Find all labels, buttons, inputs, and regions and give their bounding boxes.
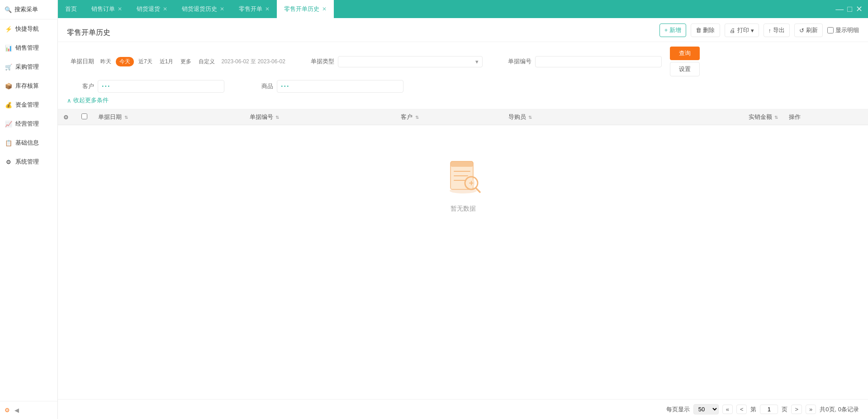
date-yesterday-btn[interactable]: 昨天 xyxy=(98,57,114,66)
order-type-label: 单据类型 xyxy=(307,57,334,66)
sidebar-item-inventory[interactable]: 📦 库存核算 xyxy=(0,76,57,95)
purchase-icon: 🛒 xyxy=(5,64,13,71)
date-custom-btn[interactable]: 自定义 xyxy=(196,57,218,66)
data-table: ⚙ 单据日期 ⇅ 单据编号 ⇅ xyxy=(58,109,868,240)
col-customer-label: 客户 xyxy=(401,113,413,120)
customer-select[interactable]: ··· xyxy=(98,80,224,93)
sidebar-bottom: ⚙ ◀ xyxy=(0,401,57,419)
sidebar-item-purchase-mgmt[interactable]: 🛒 采购管理 xyxy=(0,57,57,76)
tab-sales-order[interactable]: 销售订单 ✕ xyxy=(84,0,129,18)
settings-gear-button[interactable]: ⚙ xyxy=(5,407,10,414)
date-today-btn[interactable]: 今天 xyxy=(116,57,134,66)
operations-icon: 📈 xyxy=(5,121,13,127)
sidebar-item-sales-mgmt[interactable]: 📊 销售管理 xyxy=(0,38,57,57)
customer-select-dots: ··· xyxy=(102,82,110,90)
order-type-arrow-icon: ▾ xyxy=(475,58,479,65)
empty-state-text: 暂无数据 xyxy=(451,205,476,213)
collapse-filter-btn[interactable]: ∧ 收起更多条件 xyxy=(67,96,859,104)
sidebar-item-label: 库存核算 xyxy=(15,82,39,90)
basic-info-icon: 📋 xyxy=(5,140,13,146)
first-page-button[interactable]: « xyxy=(722,405,733,414)
sidebar-item-system-mgmt[interactable]: ⚙ 系统管理 xyxy=(0,152,57,171)
sidebar: 🔍 搜索采单 ⚡ 快捷导航 📊 销售管理 🛒 采购管理 📦 库存核算 💰 资金管… xyxy=(0,0,58,419)
page-title: 零售开单历史 xyxy=(67,28,110,38)
col-checkbox xyxy=(76,109,93,125)
order-no-label: 单据编号 xyxy=(504,57,531,66)
query-button[interactable]: 查询 xyxy=(670,47,700,60)
quick-nav-icon: ⚡ xyxy=(5,26,13,33)
col-date-sort-icon[interactable]: ⇅ xyxy=(124,115,128,120)
add-button[interactable]: + 新增 xyxy=(659,24,686,37)
date-range-display: 2023-06-02 至 2023-06-02 xyxy=(221,58,285,66)
order-type-select[interactable]: ▾ xyxy=(338,56,483,67)
empty-state-cell: 暂无数据 xyxy=(58,125,868,240)
search-menu-label: 搜索采单 xyxy=(14,5,38,14)
col-actual-amount-sort-icon[interactable]: ⇅ xyxy=(774,115,778,120)
tab-home[interactable]: 首页 xyxy=(58,0,84,18)
prev-page-button[interactable]: < xyxy=(736,405,747,414)
sidebar-item-basic-info[interactable]: 📋 基础信息 xyxy=(0,133,57,152)
sidebar-item-operations[interactable]: 📈 经营管理 xyxy=(0,114,57,133)
window-maximize-button[interactable]: □ xyxy=(847,5,852,14)
date-filter-label: 单据日期 xyxy=(67,57,94,66)
next-page-button[interactable]: > xyxy=(791,405,802,414)
sidebar-collapse-button[interactable]: ◀ xyxy=(14,407,19,414)
collapse-arrow-icon: ∧ xyxy=(67,97,71,104)
col-actual-amount: 实销金额 ⇅ xyxy=(632,109,784,125)
col-date: 单据日期 ⇅ xyxy=(93,109,244,125)
tab-sales-order-label: 销售订单 xyxy=(91,5,115,13)
order-no-input[interactable] xyxy=(535,56,662,67)
sidebar-item-quick-nav[interactable]: ⚡ 快捷导航 xyxy=(0,19,57,38)
window-minimize-button[interactable]: — xyxy=(835,5,844,14)
tab-sales-return-close[interactable]: ✕ xyxy=(163,6,167,12)
col-customer-sort-icon[interactable]: ⇅ xyxy=(415,115,419,120)
table-body: 暂无数据 xyxy=(58,125,868,240)
sidebar-item-label: 资金管理 xyxy=(15,101,39,109)
pagination-bar: 每页显示 50 10 20 100 « < 第 页 > » 共0页, 0条记录 xyxy=(58,399,868,419)
col-action: 操作 xyxy=(783,109,868,125)
date-more-btn[interactable]: 更多 xyxy=(178,57,194,66)
sidebar-item-label: 采购管理 xyxy=(15,63,39,71)
tab-sales-return[interactable]: 销货退货 ✕ xyxy=(129,0,175,18)
col-action-label: 操作 xyxy=(789,113,801,120)
tab-retail-history-close[interactable]: ✕ xyxy=(322,6,327,12)
setting-button[interactable]: 设置 xyxy=(670,62,700,76)
print-button[interactable]: 🖨 打印 ▾ xyxy=(725,24,759,37)
delete-button[interactable]: 🗑 删除 xyxy=(691,24,720,37)
sales-icon: 📊 xyxy=(5,45,13,52)
date-last-month-btn[interactable]: 近1月 xyxy=(157,57,176,66)
tab-sales-return-history-close[interactable]: ✕ xyxy=(220,6,224,12)
date-last7-btn[interactable]: 近7天 xyxy=(136,57,155,66)
tab-retail-open-close[interactable]: ✕ xyxy=(265,6,270,12)
col-salesperson-sort-icon[interactable]: ⇅ xyxy=(528,115,532,120)
toolbar: + 新增 🗑 删除 🖨 打印 ▾ ↑ 导出 ↺ 刷新 显示明细 xyxy=(659,24,859,42)
print-icon: 🖨 xyxy=(730,27,735,34)
sidebar-item-label: 基础信息 xyxy=(15,139,39,147)
show-detail-checkbox[interactable] xyxy=(827,27,834,33)
svg-rect-2 xyxy=(451,161,473,167)
window-close-button[interactable]: ✕ xyxy=(856,4,863,14)
last-page-button[interactable]: » xyxy=(806,405,816,414)
goods-select[interactable]: ··· xyxy=(277,80,403,93)
tab-sales-return-history[interactable]: 销货退货历史 ✕ xyxy=(175,0,232,18)
current-page-input[interactable] xyxy=(760,405,778,414)
tab-sales-order-close[interactable]: ✕ xyxy=(118,6,122,12)
col-order-no-sort-icon[interactable]: ⇅ xyxy=(275,115,279,120)
col-order-no-label: 单据编号 xyxy=(250,113,273,120)
sidebar-item-finance[interactable]: 💰 资金管理 xyxy=(0,95,57,114)
refresh-button[interactable]: ↺ 刷新 xyxy=(794,24,823,37)
col-order-no: 单据编号 ⇅ xyxy=(244,109,396,125)
table-settings-icon[interactable]: ⚙ xyxy=(63,114,69,121)
tab-retail-open[interactable]: 零售开单 ✕ xyxy=(232,0,277,18)
page-size-select[interactable]: 50 10 20 100 xyxy=(693,404,719,414)
export-button[interactable]: ↑ 导出 xyxy=(764,24,790,37)
tab-home-label: 首页 xyxy=(65,5,77,13)
page-label: 第 xyxy=(750,405,756,414)
tab-sales-return-label: 销货退货 xyxy=(137,5,160,13)
search-menu-item[interactable]: 🔍 搜索采单 xyxy=(0,0,57,19)
sidebar-item-label: 销售管理 xyxy=(15,44,39,52)
show-detail-toggle[interactable]: 显示明细 xyxy=(827,26,859,34)
col-salesperson: 导购员 ⇅ xyxy=(503,109,632,125)
tab-retail-history[interactable]: 零售开单历史 ✕ xyxy=(277,0,334,18)
select-all-checkbox[interactable] xyxy=(81,113,87,119)
